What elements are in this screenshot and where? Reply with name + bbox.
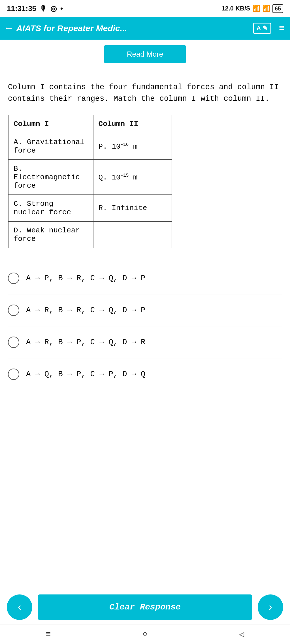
option-3-text: A → R, B → P, C → Q, D → R — [26, 338, 145, 346]
sys-back-icon[interactable]: ◁ — [239, 629, 244, 639]
table-row: B. Electromagnetic force Q. 10-15 m — [8, 160, 172, 195]
battery: 65 — [272, 4, 283, 13]
question-text: Column I contains the four fundamental f… — [8, 82, 282, 104]
row2-col2-label: Q. — [99, 173, 107, 181]
prev-button[interactable]: ‹ — [7, 594, 32, 620]
main-content: Column I contains the four fundamental f… — [0, 70, 290, 453]
status-bar: 11:31:35 🎙 ◎ • 12.0 KB/S 📶 📶 65 — [0, 0, 290, 17]
sys-menu-icon[interactable]: ≡ — [46, 630, 51, 639]
table-row: D. Weak nuclear force — [8, 221, 172, 248]
status-right: 12.0 KB/S 📶 📶 65 — [221, 4, 283, 13]
row4-col1-value: Weak nuclear force — [14, 226, 80, 243]
row1-col1-label: A. — [14, 138, 22, 146]
option-2[interactable]: A → R, B → R, C → Q, D → P — [8, 294, 282, 326]
clear-response-button[interactable]: Clear Response — [38, 594, 252, 620]
row2-col1-label: B. — [14, 164, 22, 173]
option-3[interactable]: A → R, B → P, C → Q, D → R — [8, 326, 282, 358]
wifi-icon: 📶 — [253, 5, 260, 12]
table-row: A. Gravitational force P. 10-16 m — [8, 133, 172, 160]
nav-bar: ← AIATS for Repeater Medic... A ✎ ≡ — [0, 17, 290, 40]
whatsapp-icon: ◎ — [50, 4, 57, 13]
menu-button[interactable]: ≡ — [279, 23, 284, 34]
read-more-button[interactable]: Read More — [104, 45, 186, 63]
nav-title: AIATS for Repeater Medic... — [16, 23, 249, 33]
option-4[interactable]: A → Q, B → P, C → P, D → Q — [8, 358, 282, 390]
back-button[interactable]: ← — [6, 23, 12, 34]
options-section: A → P, B → R, C → Q, D → P A → R, B → R,… — [8, 262, 282, 390]
match-table: Column I Column II A. Gravitational forc… — [8, 115, 172, 248]
table-row: C. Strong nuclear force R. Infinite — [8, 195, 172, 221]
radio-3[interactable] — [8, 337, 19, 348]
row2-col1-value: Electromagnetic force — [14, 173, 80, 190]
row3-col1-value: Strong nuclear force — [14, 200, 71, 217]
col2-header: Column II — [93, 115, 172, 133]
signal-icon: 📶 — [263, 5, 270, 12]
speed: 12.0 KB/S — [221, 5, 250, 12]
time: 11:31:35 — [7, 4, 36, 13]
radio-2[interactable] — [8, 305, 19, 316]
option-4-text: A → Q, B → P, C → P, D → Q — [26, 370, 145, 378]
row4-col1-label: D. — [14, 226, 22, 235]
option-2-text: A → R, B → R, C → Q, D → P — [26, 306, 145, 314]
system-nav: ≡ ○ ◁ — [0, 624, 290, 644]
row3-col1-label: C. — [14, 200, 22, 208]
radio-1[interactable] — [8, 273, 19, 284]
sys-home-icon[interactable]: ○ — [142, 630, 148, 639]
option-1-text: A → P, B → R, C → Q, D → P — [26, 274, 145, 283]
row1-col2-label: P. — [99, 142, 107, 151]
row3-col2-label: R. — [99, 204, 107, 212]
mic-icon: 🎙 — [40, 4, 47, 13]
row1-col1-value: Gravitational force — [14, 138, 84, 155]
col1-header: Column I — [8, 115, 93, 133]
separator — [8, 396, 282, 396]
next-button[interactable]: › — [258, 594, 283, 620]
translate-button[interactable]: A ✎ — [253, 23, 271, 34]
dot-icon: • — [60, 4, 63, 13]
row3-col2-value: Infinite — [112, 204, 147, 212]
option-1[interactable]: A → P, B → R, C → Q, D → P — [8, 262, 282, 294]
read-more-section: Read More — [0, 40, 290, 70]
radio-4[interactable] — [8, 369, 19, 380]
status-left: 11:31:35 🎙 ◎ • — [7, 4, 63, 13]
bottom-nav: ‹ Clear Response › — [0, 590, 290, 624]
